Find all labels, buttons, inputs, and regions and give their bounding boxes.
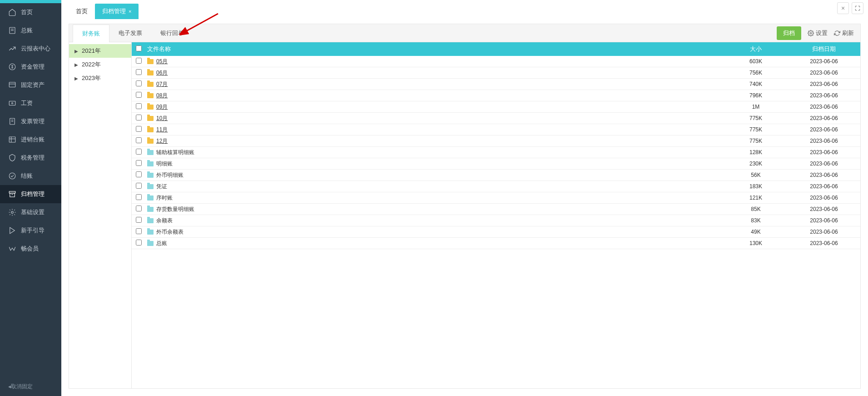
row-size-cell: 796K xyxy=(724,92,788,99)
sidebar-item-beginner[interactable]: 新手引导 xyxy=(0,221,61,240)
sidebar-item-ledger[interactable]: 总账 xyxy=(0,21,61,40)
cloud-report-icon xyxy=(8,45,16,53)
row-checkbox[interactable] xyxy=(136,58,142,64)
row-size-cell: 56K xyxy=(724,172,788,178)
tab-archive[interactable]: 归档管理× xyxy=(95,4,139,19)
table-row: 10月775K2023-06-06 xyxy=(132,113,860,124)
sidebar-item-purchase-sale[interactable]: 进销台账 xyxy=(0,130,61,149)
row-date-cell: 2023-06-06 xyxy=(788,149,860,155)
tab-close-icon[interactable]: × xyxy=(129,9,131,14)
sidebar-item-label: 新手引导 xyxy=(21,226,45,235)
top-right-controls: × xyxy=(837,2,863,14)
subtab-finance[interactable]: 财务账 xyxy=(73,25,109,42)
split-view: ▶2021年▶2022年▶2023年 文件名称 大小 归档日期 05月603K2… xyxy=(69,42,860,388)
sidebar-item-salary[interactable]: 工资 xyxy=(0,94,61,112)
table-row: 余额表83K2023-06-06 xyxy=(132,215,860,226)
row-checkbox[interactable] xyxy=(136,194,142,200)
row-date-cell: 2023-06-06 xyxy=(788,183,860,190)
sidebar-item-archive[interactable]: 归档管理 xyxy=(0,185,61,203)
file-name-link[interactable]: 明细账 xyxy=(156,160,173,168)
refresh-button-label: 刷新 xyxy=(842,29,854,37)
file-name-link[interactable]: 09月 xyxy=(156,103,168,111)
row-checkbox[interactable] xyxy=(136,217,142,223)
archive-button[interactable]: 归档 xyxy=(777,26,801,40)
subtab-bank[interactable]: 银行回单 xyxy=(151,25,193,42)
refresh-button[interactable]: 刷新 xyxy=(834,29,854,37)
row-name-cell: 明细账 xyxy=(145,160,724,168)
tree-node[interactable]: ▶2022年 xyxy=(69,58,131,71)
sidebar-item-base-setting[interactable]: 基础设置 xyxy=(0,203,61,221)
file-name-link[interactable]: 存货数量明细账 xyxy=(156,206,194,213)
row-name-cell: 11月 xyxy=(145,126,724,134)
row-date-cell: 2023-06-06 xyxy=(788,229,860,235)
table-row: 序时账121K2023-06-06 xyxy=(132,192,860,204)
file-name-link[interactable]: 11月 xyxy=(156,126,168,134)
sidebar-item-fixed-asset[interactable]: 固定资产 xyxy=(0,76,61,94)
table-row: 05月603K2023-06-06 xyxy=(132,56,860,67)
row-checkbox[interactable] xyxy=(136,240,142,246)
file-name-link[interactable]: 12月 xyxy=(156,137,168,145)
content-panel: 财务账电子发票银行回单 归档 设置 刷新 ▶2021年▶2022年▶2023年 xyxy=(69,24,861,389)
select-all-checkbox[interactable] xyxy=(136,45,142,51)
sidebar-item-funds[interactable]: 资金管理 xyxy=(0,58,61,76)
row-checkbox[interactable] xyxy=(136,183,142,189)
row-checkbox[interactable] xyxy=(136,80,142,86)
subtab-label: 财务账 xyxy=(82,30,100,37)
fullscreen-icon xyxy=(854,5,861,11)
year-tree: ▶2021年▶2022年▶2023年 xyxy=(69,42,132,388)
sidebar-item-invoice[interactable]: 发票管理 xyxy=(0,112,61,130)
row-checkbox[interactable] xyxy=(136,103,142,109)
sidebar-item-tax[interactable]: 税务管理 xyxy=(0,149,61,167)
fullscreen-button[interactable] xyxy=(852,2,863,14)
subtab-einvoice[interactable]: 电子发票 xyxy=(109,25,151,42)
sidebar-unpin[interactable]: ◂取消固定 xyxy=(0,377,61,396)
file-name-link[interactable]: 07月 xyxy=(156,80,168,88)
sidebar-item-label: 资金管理 xyxy=(21,63,45,71)
sidebar-item-cloud-report[interactable]: 云报表中心 xyxy=(0,40,61,58)
row-checkbox[interactable] xyxy=(136,126,142,132)
home-icon xyxy=(8,8,16,16)
tree-node[interactable]: ▶2023年 xyxy=(69,71,131,85)
row-checkbox[interactable] xyxy=(136,228,142,234)
row-checkbox[interactable] xyxy=(136,206,142,211)
sidebar-item-closing[interactable]: 结账 xyxy=(0,167,61,185)
file-name-link[interactable]: 05月 xyxy=(156,58,168,65)
row-checkbox[interactable] xyxy=(136,171,142,177)
sidebar-item-member[interactable]: 畅会员 xyxy=(0,240,61,258)
folder-icon xyxy=(147,173,154,178)
file-name-link[interactable]: 外币余额表 xyxy=(156,228,184,236)
header-name: 文件名称 xyxy=(145,45,724,53)
refresh-icon xyxy=(834,30,840,36)
sidebar-item-home[interactable]: 首页 xyxy=(0,3,61,21)
file-name-link[interactable]: 余额表 xyxy=(156,217,173,225)
tree-node[interactable]: ▶2021年 xyxy=(69,44,131,58)
table-row: 明细账230K2023-06-06 xyxy=(132,158,860,170)
row-checkbox[interactable] xyxy=(136,115,142,120)
file-name-link[interactable]: 序时账 xyxy=(156,194,173,202)
file-name-link[interactable]: 08月 xyxy=(156,92,168,100)
row-checkbox[interactable] xyxy=(136,69,142,75)
row-size-cell: 1M xyxy=(724,104,788,110)
file-name-link[interactable]: 凭证 xyxy=(156,183,167,190)
row-date-cell: 2023-06-06 xyxy=(788,195,860,201)
row-checkbox[interactable] xyxy=(136,160,142,166)
table-row: 12月775K2023-06-06 xyxy=(132,135,860,147)
close-button[interactable]: × xyxy=(837,2,849,14)
file-name-link[interactable]: 06月 xyxy=(156,69,168,77)
file-name-link[interactable]: 总账 xyxy=(156,240,167,247)
closing-icon xyxy=(8,172,16,180)
grid-header: 文件名称 大小 归档日期 xyxy=(132,42,860,56)
row-size-cell: 775K xyxy=(724,138,788,144)
settings-button[interactable]: 设置 xyxy=(808,29,828,37)
row-checkbox[interactable] xyxy=(136,137,142,143)
file-name-link[interactable]: 辅助核算明细账 xyxy=(156,149,194,156)
row-checkbox[interactable] xyxy=(136,92,142,98)
tab-home[interactable]: 首页 xyxy=(69,4,95,19)
row-checkbox-cell xyxy=(132,206,145,213)
file-name-link[interactable]: 10月 xyxy=(156,115,168,122)
sidebar-brand-bar xyxy=(0,0,61,3)
row-checkbox[interactable] xyxy=(136,149,142,155)
table-row: 凭证183K2023-06-06 xyxy=(132,181,860,192)
file-name-link[interactable]: 外币明细账 xyxy=(156,171,184,179)
row-checkbox-cell xyxy=(132,103,145,110)
